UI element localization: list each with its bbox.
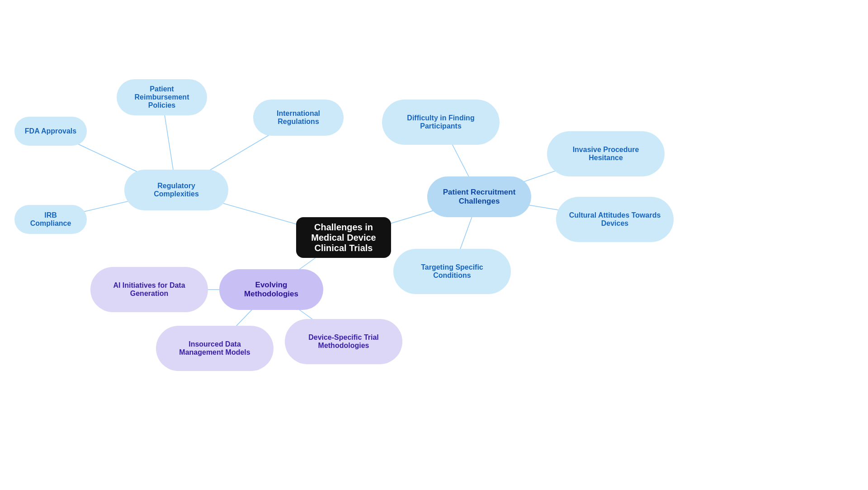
device-specific-node[interactable]: Device-Specific Trial Methodologies: [285, 319, 402, 364]
insourced-data-label: Insourced Data Management Models: [166, 340, 264, 357]
regulatory-complexities-node[interactable]: Regulatory Complexities: [124, 170, 228, 210]
international-regulations-node[interactable]: International Regulations: [253, 100, 344, 136]
ai-initiatives-label: AI Initiatives for Data Generation: [100, 281, 198, 298]
insourced-data-node[interactable]: Insourced Data Management Models: [156, 326, 274, 371]
patient-recruitment-label: Patient Recruitment Challenges: [438, 188, 520, 206]
difficulty-finding-node[interactable]: Difficulty in Finding Participants: [382, 100, 500, 145]
patient-recruitment-node[interactable]: Patient Recruitment Challenges: [427, 176, 531, 217]
fda-approvals-label: FDA Approvals: [25, 127, 76, 135]
cultural-attitudes-node[interactable]: Cultural Attitudes Towards Devices: [556, 197, 674, 242]
targeting-specific-node[interactable]: Targeting Specific Conditions: [393, 249, 511, 294]
cultural-attitudes-label: Cultural Attitudes Towards Devices: [566, 211, 664, 228]
invasive-procedure-node[interactable]: Invasive Procedure Hesitance: [547, 131, 665, 176]
connections-svg: [0, 0, 868, 490]
regulatory-complexities-label: Regulatory Complexities: [134, 182, 218, 198]
center-label: Challenges in Medical Device Clinical Tr…: [304, 222, 383, 253]
evolving-methodologies-node[interactable]: Evolving Methodologies: [219, 269, 323, 310]
patient-reimbursement-label: Patient Reimbursement Policies: [127, 85, 197, 109]
irb-compliance-label: IRB Compliance: [24, 211, 77, 228]
fda-approvals-node[interactable]: FDA Approvals: [14, 117, 87, 146]
evolving-methodologies-label: Evolving Methodologies: [230, 281, 312, 299]
difficulty-finding-label: Difficulty in Finding Participants: [392, 114, 490, 130]
mindmap-container: Challenges in Medical Device Clinical Tr…: [0, 0, 868, 490]
international-regulations-label: International Regulations: [263, 109, 334, 126]
targeting-specific-label: Targeting Specific Conditions: [403, 263, 501, 280]
patient-reimbursement-node[interactable]: Patient Reimbursement Policies: [117, 79, 207, 115]
device-specific-label: Device-Specific Trial Methodologies: [295, 333, 392, 350]
invasive-procedure-label: Invasive Procedure Hesitance: [557, 146, 655, 162]
center-node[interactable]: Challenges in Medical Device Clinical Tr…: [296, 217, 391, 258]
ai-initiatives-node[interactable]: AI Initiatives for Data Generation: [90, 267, 208, 312]
irb-compliance-node[interactable]: IRB Compliance: [14, 205, 87, 234]
